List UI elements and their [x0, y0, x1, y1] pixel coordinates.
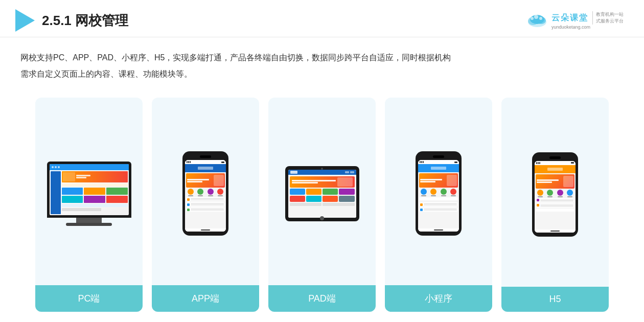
- card-miniprogram: 小程序: [385, 98, 492, 312]
- card-pc-label: PC端: [35, 285, 143, 312]
- tablet-frame: [285, 166, 359, 221]
- title-bold: 网校管理: [75, 13, 128, 28]
- description-section: 网校支持PC、APP、PAD、小程序、H5，实现多端打通，产品各终端自由切换，数…: [0, 37, 644, 87]
- cards-section: PC端: [0, 87, 644, 322]
- device-phone-mp: [416, 151, 462, 236]
- svg-point-5: [534, 15, 538, 19]
- brand-slogan: 教育机构一站 式服务云平台: [592, 11, 624, 25]
- header-right: 云朵课堂 教育机构一站 式服务云平台 yunduoketang.com: [526, 11, 624, 30]
- header: 2.5.1 网校管理 云朵课堂: [0, 0, 644, 37]
- card-miniprogram-image: [385, 98, 492, 285]
- device-pc: [47, 162, 131, 226]
- card-app-label: APP端: [152, 285, 259, 312]
- brand-slogan-line1: 教育机构一站: [596, 11, 624, 18]
- brand-logo: 云朵课堂 教育机构一站 式服务云平台 yunduoketang.com: [526, 11, 624, 30]
- phone-frame-mp: [416, 151, 462, 236]
- description-line1: 网校支持PC、APP、PAD、小程序、H5，实现多端打通，产品各终端自由切换，数…: [20, 50, 624, 66]
- svg-point-4: [531, 17, 534, 20]
- title-prefix: 2.5.1: [42, 13, 75, 28]
- brand-url: yunduoketang.com: [551, 25, 624, 30]
- brand-name: 云朵课堂: [551, 13, 588, 24]
- card-app: APP端: [152, 98, 259, 312]
- monitor-screen: [50, 164, 129, 215]
- card-pad: PAD端: [268, 98, 376, 312]
- svg-point-6: [539, 17, 542, 20]
- phone-frame-app: [182, 151, 228, 236]
- card-pad-label: PAD端: [268, 285, 376, 312]
- card-pc: PC端: [35, 98, 143, 312]
- phone-frame-h5: [532, 152, 578, 237]
- card-h5: H5: [501, 98, 609, 312]
- brand-info: 云朵课堂 教育机构一站 式服务云平台 yunduoketang.com: [551, 11, 624, 30]
- card-pc-image: [35, 98, 143, 285]
- header-left: 2.5.1 网校管理: [15, 9, 128, 32]
- device-tablet: [285, 166, 359, 221]
- card-pad-image: [268, 98, 376, 285]
- page-title: 2.5.1 网校管理: [42, 12, 128, 30]
- logo-triangle-icon: [15, 9, 35, 32]
- page: 2.5.1 网校管理 云朵课堂: [0, 0, 644, 322]
- card-h5-image: [501, 98, 609, 287]
- card-miniprogram-label: 小程序: [385, 285, 492, 312]
- device-phone-app: [182, 151, 228, 236]
- card-h5-label: H5: [501, 287, 609, 312]
- brand-slogan-line2: 式服务云平台: [596, 18, 624, 25]
- device-phone-h5: [532, 152, 578, 237]
- brand-cloud-icon: [526, 12, 548, 29]
- description-line2: 需求自定义页面上的内容、课程、功能模块等。: [20, 66, 624, 82]
- monitor-frame: [47, 162, 131, 218]
- card-app-image: [152, 98, 259, 285]
